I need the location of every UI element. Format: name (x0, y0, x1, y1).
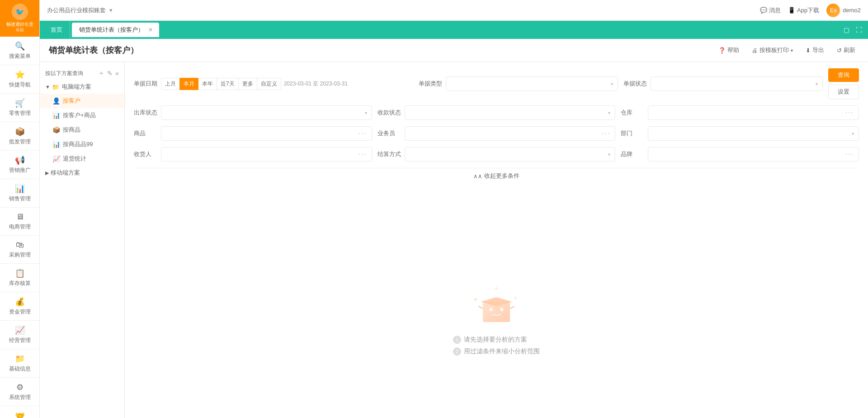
tab-minimize-btn[interactable]: ▢ (841, 24, 852, 35)
scheme-nav: 按以下方案查询 ＋ ✎ « ▼ 📁 电脑端方案 (40, 62, 125, 418)
sidebar: 🐦 畅捷通好生意 标版 🔍 搜索菜单 ⭐ 快捷导航 🛒 零售管理 📦 批发管理 … (0, 0, 40, 418)
tab-active[interactable]: 销货单统计表（按客户） ✕ (72, 23, 159, 37)
payment-status-input[interactable]: ▾ (405, 105, 616, 120)
warehouse-input[interactable]: ··· (648, 105, 859, 120)
user-avatar: Ea (826, 4, 840, 17)
desktop-group-arrow-icon: ▼ (45, 84, 50, 90)
date-tab-7days[interactable]: 近7天 (217, 78, 239, 90)
page-header-actions: ❓ 帮助 🖨 按模板打印 ▾ ⬇ 导出 ↺ 刷新 (715, 44, 859, 56)
search-icon: 🔍 (15, 41, 25, 51)
receiver-input[interactable]: ··· (161, 147, 372, 162)
page-header: 销货单统计表（按客户） ❓ 帮助 🖨 按模板打印 ▾ ⬇ 导出 (40, 39, 868, 62)
quick-nav-icon: ⭐ (15, 70, 25, 80)
collapse-scheme-btn[interactable]: « (115, 70, 119, 77)
settings-button[interactable]: 设置 (828, 85, 859, 99)
print-template-btn[interactable]: 🖨 按模板打印 ▾ (748, 44, 797, 56)
sidebar-item-retail[interactable]: 🛒 零售管理 (0, 94, 40, 122)
svg-text:✦: ✦ (514, 295, 517, 300)
scheme-desktop-group: ▼ 📁 电脑端方案 👤 按客户 📊 按客户+商品 (40, 80, 124, 166)
page-container: 销货单统计表（按客户） ❓ 帮助 🖨 按模板打印 ▾ ⬇ 导出 (40, 39, 868, 418)
scheme-item-by-product99[interactable]: 📊 按商品品99 (40, 137, 124, 152)
export-icon: ⬇ (806, 47, 811, 54)
tab-home[interactable]: 首页 (43, 21, 70, 39)
date-tab-this-year[interactable]: 本年 (198, 78, 217, 90)
sidebar-item-inventory[interactable]: 📋 库存核算 (0, 264, 40, 292)
add-scheme-btn[interactable]: ＋ (98, 69, 104, 77)
message-btn[interactable]: 💬 消息 (760, 6, 781, 14)
scheme-item-by-customer-product[interactable]: 📊 按客户+商品 (40, 108, 124, 123)
date-tab-this-month[interactable]: 本月 (179, 78, 198, 90)
brand-label: 品牌 (621, 150, 644, 158)
stock-status-dropdown-icon: ▾ (365, 110, 367, 115)
tab-close-btn[interactable]: ✕ (147, 26, 154, 34)
scheme-mobile-group-title[interactable]: ▶ 移动端方案 (40, 166, 124, 180)
bill-type-label: 单据类型 (419, 80, 442, 88)
department-input[interactable]: ▾ (648, 126, 859, 141)
tab-maximize-btn[interactable]: ⛶ (854, 24, 864, 35)
sidebar-item-ecommerce[interactable]: 🖥 电商管理 (0, 208, 40, 236)
salesperson-label: 业务员 (377, 129, 401, 138)
department-dropdown-icon: ▾ (852, 131, 854, 136)
main-area: 办公用品行业模拟账套 ▾ 💬 消息 📱 App下载 Ea demo2 首页 (40, 0, 868, 418)
warehouse-label: 仓库 (621, 109, 644, 117)
brand-more-icon: ··· (845, 150, 854, 158)
mobile-group-label: 移动端方案 (51, 169, 80, 177)
date-tab-last-month[interactable]: 上月 (161, 78, 180, 90)
scheme-item-by-customer[interactable]: 👤 按客户 (40, 94, 124, 108)
export-btn[interactable]: ⬇ 导出 (802, 44, 828, 56)
scheme-item-return-stats[interactable]: 📈 退货统计 (40, 152, 124, 166)
app-download-btn[interactable]: 📱 App下载 (788, 6, 819, 14)
brand-field: 品牌 ··· (621, 147, 859, 162)
date-tabs: 上月 本月 本年 近7天 更多 自定义 (161, 78, 281, 90)
sidebar-item-purchase[interactable]: 🛍 采购管理 (0, 236, 40, 264)
bill-type-input[interactable]: ▾ (446, 76, 618, 91)
dropdown-arrow-industry[interactable]: ▾ (109, 7, 113, 14)
enterprise-icon: 🤝 (15, 411, 25, 418)
bill-status-input[interactable]: ▾ (651, 76, 823, 91)
sidebar-item-operations[interactable]: 📈 经营管理 (0, 321, 40, 349)
svg-line-3 (478, 306, 483, 309)
sidebar-label-purchase: 采购管理 (9, 251, 31, 259)
query-button[interactable]: 查询 (828, 68, 859, 82)
help-btn[interactable]: ❓ 帮助 (715, 44, 743, 56)
date-range-display: 2023-03-01 至 2023-03-31 (284, 80, 348, 88)
payment-method-label: 结算方式 (377, 150, 401, 158)
sidebar-item-finance[interactable]: 💰 资金管理 (0, 292, 40, 321)
sidebar-item-marketing[interactable]: 📢 营销推广 (0, 151, 40, 179)
payment-status-field: 收款状态 ▾ (377, 105, 616, 120)
scheme-desktop-group-title[interactable]: ▼ 📁 电脑端方案 (40, 80, 124, 94)
page-body: 按以下方案查询 ＋ ✎ « ▼ 📁 电脑端方案 (40, 62, 868, 418)
payment-method-input[interactable]: ▾ (405, 147, 616, 162)
sidebar-item-basic[interactable]: 📁 基础信息 (0, 349, 40, 378)
date-tab-custom[interactable]: 自定义 (257, 78, 281, 90)
sidebar-item-wholesale[interactable]: 📦 批发管理 (0, 122, 40, 151)
sidebar-item-search[interactable]: 🔍 搜索菜单 (0, 37, 40, 65)
tab-bar-actions: ▢ ⛶ (841, 24, 864, 35)
sidebar-item-enterprise[interactable]: 🤝 企业协同 (0, 406, 40, 418)
product-more-icon: ··· (358, 129, 367, 138)
purchase-icon: 🛍 (16, 240, 24, 250)
refresh-btn[interactable]: ↺ 刷新 (833, 44, 859, 56)
bill-type-field: 单据类型 ▾ (419, 76, 618, 91)
collapse-more-btn[interactable]: ∧∧ 收起更多条件 (134, 168, 859, 184)
refresh-icon: ↺ (837, 47, 842, 54)
retail-icon: 🛒 (15, 98, 25, 108)
brand-input[interactable]: ··· (648, 147, 859, 162)
sidebar-item-sales[interactable]: 📊 销售管理 (0, 179, 40, 208)
edit-scheme-btn[interactable]: ✎ (107, 70, 113, 77)
date-tab-more[interactable]: 更多 (238, 78, 257, 90)
desktop-folder-icon: 📁 (52, 84, 59, 90)
sidebar-item-quick-nav[interactable]: ⭐ 快捷导航 (0, 65, 40, 94)
stock-status-input[interactable]: ▾ (161, 105, 372, 120)
sidebar-label-retail: 零售管理 (9, 109, 31, 117)
warehouse-field: 仓库 ··· (621, 105, 859, 120)
sidebar-label-ecommerce: 电商管理 (9, 223, 31, 231)
product99-scheme-icon: 📊 (52, 141, 60, 148)
sidebar-item-system[interactable]: ⚙ 系统管理 (0, 378, 40, 406)
message-icon: 💬 (760, 7, 767, 14)
scheme-item-by-product[interactable]: 📦 按商品 (40, 123, 124, 137)
product-input[interactable]: ··· (161, 126, 372, 141)
user-profile-btn[interactable]: Ea demo2 (826, 4, 861, 17)
svg-line-4 (510, 306, 514, 309)
salesperson-input[interactable]: ··· (405, 126, 616, 141)
